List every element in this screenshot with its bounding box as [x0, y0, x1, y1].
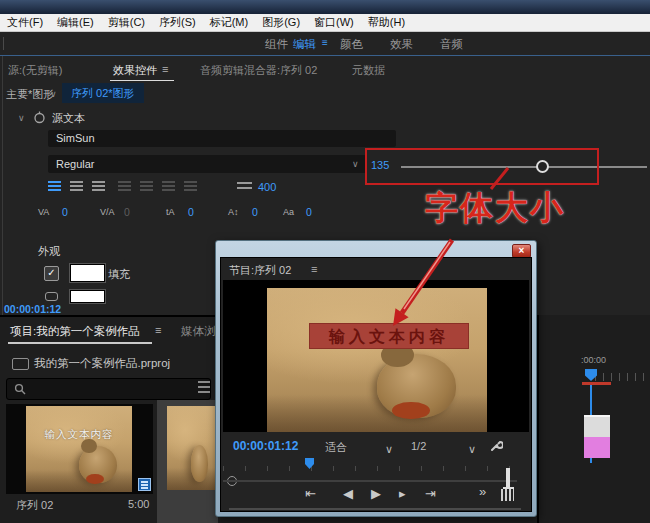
font-style-select[interactable]: Regular: [48, 155, 366, 173]
selected-text-overlay[interactable]: 输入文本内容: [309, 323, 469, 349]
twirl-down-icon[interactable]: ∨: [18, 113, 25, 123]
clip1-name[interactable]: 序列 02: [16, 498, 53, 513]
align-center-button[interactable]: [70, 181, 83, 192]
close-icon[interactable]: ×: [512, 244, 531, 258]
justify-center-button[interactable]: [140, 181, 153, 192]
playback-resolution-select[interactable]: 1/2: [411, 440, 426, 452]
baseline-shift-icon: A↕: [228, 207, 239, 217]
font-family-select[interactable]: SimSun: [48, 130, 396, 147]
divider: [3, 37, 4, 50]
justify-left-button[interactable]: [118, 181, 131, 192]
export-frame-icon[interactable]: [501, 489, 514, 501]
baseline-shift-value[interactable]: 0: [252, 206, 258, 218]
timeline-ruler-ticks[interactable]: [595, 373, 650, 381]
sequence-thumbnail: 输入文本内容: [26, 406, 132, 492]
list-view-icon[interactable]: [198, 381, 210, 393]
clip1-duration: 5:00: [128, 498, 149, 510]
work-area-bar[interactable]: [582, 382, 611, 385]
project-item-sequence-02[interactable]: 输入文本内容: [6, 404, 153, 494]
prairie-dog-body: [191, 445, 208, 482]
monitor-time-ruler[interactable]: [223, 459, 529, 471]
font-size-slider-handle[interactable]: [536, 160, 549, 173]
chevron-down-icon: ∨: [468, 443, 476, 456]
font-size-slider-track[interactable]: [401, 166, 647, 168]
menu-graphics[interactable]: 图形(G): [255, 15, 307, 30]
menu-window[interactable]: 窗口(W): [307, 15, 361, 30]
video-clip-block[interactable]: [584, 415, 610, 437]
scrollbar-track[interactable]: [223, 480, 517, 482]
tab-metadata[interactable]: 元数据: [352, 63, 385, 78]
project-item-prairie-dog[interactable]: 草原大: [157, 400, 218, 523]
tracking-icon: [237, 182, 252, 191]
monitor-timecode[interactable]: 00:00:01:12: [233, 439, 298, 453]
workspace-tab-color[interactable]: 颜色: [340, 37, 363, 52]
more-buttons-chevron[interactable]: »: [479, 484, 486, 499]
step-forward-button[interactable]: ▸: [399, 486, 406, 501]
menu-edit[interactable]: 编辑(E): [50, 15, 101, 30]
thumbnail-text-overlay: 输入文本内容: [26, 428, 132, 442]
justify-full-button[interactable]: [184, 181, 197, 192]
menu-sequence[interactable]: 序列(S): [152, 15, 203, 30]
tab-effect-controls[interactable]: 效果控件: [113, 63, 157, 78]
search-input[interactable]: [6, 378, 211, 400]
workspace-tab-editing[interactable]: 编辑: [293, 37, 316, 52]
workspace-tab-audio[interactable]: 音频: [440, 37, 463, 52]
monitor-menu-icon[interactable]: ≡: [311, 263, 317, 275]
go-to-out-button[interactable]: ⇥: [425, 486, 436, 501]
ground: [26, 470, 132, 492]
step-back-button[interactable]: ◀: [343, 486, 353, 501]
monitor-hscrollbar[interactable]: [229, 508, 521, 510]
scale-icon: Aa: [283, 207, 294, 217]
font-size-value[interactable]: 135: [371, 159, 389, 171]
panel-edge: [2, 56, 3, 316]
project-panel-menu-icon[interactable]: ≡: [155, 324, 161, 336]
workspace-tab-effects[interactable]: 效果: [390, 37, 413, 52]
panel-menu-icon[interactable]: ≡: [162, 63, 168, 75]
tracking-value[interactable]: 400: [258, 181, 276, 193]
settings-wrench-icon[interactable]: [489, 439, 503, 453]
stroke-color-swatch[interactable]: [71, 291, 104, 302]
kerning-value[interactable]: 0: [62, 206, 68, 218]
chevron-down-icon: ∨: [385, 443, 393, 456]
zoom-scroll-handle[interactable]: [506, 468, 510, 487]
workspace-menu-icon[interactable]: ≡: [322, 37, 328, 48]
sequence-clip-tab[interactable]: 序列 02*图形: [62, 83, 144, 103]
video-frame: [267, 288, 487, 432]
source-text-label: 源文本: [52, 111, 85, 126]
go-to-in-button[interactable]: ⇤: [305, 486, 316, 501]
effect-controls-timecode[interactable]: 00:00:01:12: [4, 303, 61, 315]
leading-value[interactable]: 0: [188, 206, 194, 218]
menu-clip[interactable]: 剪辑(C): [101, 15, 152, 30]
program-preview[interactable]: 输入文本内容: [223, 280, 529, 432]
chevron-down-icon: ∨: [352, 159, 359, 169]
project-file-name[interactable]: 我的第一个案例作品.prproj: [34, 356, 170, 371]
menu-markers[interactable]: 标记(M): [203, 15, 256, 30]
scale-value[interactable]: 0: [306, 206, 312, 218]
menu-help[interactable]: 帮助(H): [361, 15, 412, 30]
fill-checkbox[interactable]: ✓: [44, 266, 59, 281]
tab-media-browser[interactable]: 媒体浏: [181, 324, 216, 339]
zoom-level-select[interactable]: 适合: [325, 440, 347, 455]
kerning-icon: VA: [38, 207, 49, 217]
tab-source-monitor[interactable]: 源:(无剪辑): [8, 63, 62, 78]
tab-project[interactable]: 项目:我的第一个案例作品: [10, 324, 140, 339]
justify-right-button[interactable]: [162, 181, 175, 192]
tracking2-icon: V/A: [100, 207, 115, 217]
red-patch: [392, 402, 429, 419]
align-right-button[interactable]: [92, 181, 105, 192]
play-button[interactable]: ▶: [371, 486, 381, 501]
menu-bar: 文件(F) 编辑(E) 剪辑(C) 序列(S) 标记(M) 图形(G) 窗口(W…: [0, 14, 650, 32]
fill-color-swatch[interactable]: [71, 265, 104, 281]
tracking2-value[interactable]: 0: [124, 206, 130, 218]
menu-file[interactable]: 文件(F): [0, 15, 50, 30]
window-titlebar: [0, 0, 650, 14]
workspace-tab-assembly[interactable]: 组件: [265, 37, 288, 52]
program-monitor-window[interactable]: × 节目:序列 02 ≡ 输入文本内容 00:00:01:12 适合 ∨ 1/2…: [215, 240, 537, 517]
graphic-clip-block[interactable]: [584, 437, 610, 458]
chevron-down-icon[interactable]: ∨: [50, 89, 57, 99]
master-clip-selector[interactable]: 主要*图形: [6, 87, 54, 102]
align-left-button[interactable]: [48, 181, 61, 192]
tab-audio-clip-mixer[interactable]: 音频剪辑混合器:序列 02: [200, 63, 317, 78]
stopwatch-icon[interactable]: [33, 111, 46, 124]
stroke-icon[interactable]: [45, 292, 58, 301]
